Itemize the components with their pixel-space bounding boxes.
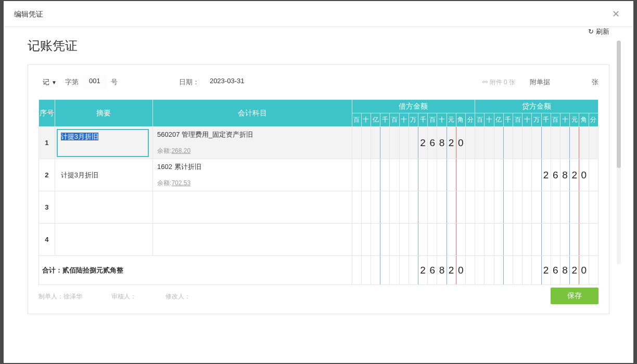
- digit-cell[interactable]: [361, 127, 371, 159]
- digit-cell[interactable]: [589, 191, 598, 224]
- digit-cell[interactable]: [399, 224, 409, 256]
- digit-cell[interactable]: [390, 191, 399, 224]
- digit-cell[interactable]: [513, 224, 523, 256]
- voucher-seq-input[interactable]: 001: [83, 75, 107, 89]
- digit-cell[interactable]: 8: [437, 127, 447, 159]
- digit-cell[interactable]: [361, 256, 371, 285]
- digit-cell[interactable]: [465, 191, 475, 224]
- account-cell[interactable]: 1602 累计折旧余额:702.53: [153, 159, 352, 191]
- digit-cell[interactable]: [503, 127, 513, 159]
- digit-cell[interactable]: 6: [428, 256, 437, 285]
- digit-cell[interactable]: [399, 159, 409, 191]
- digit-cell[interactable]: [475, 159, 485, 191]
- digit-cell[interactable]: 0: [456, 127, 465, 159]
- digit-cell[interactable]: 2: [418, 127, 428, 159]
- digit-cell[interactable]: [560, 127, 569, 159]
- refresh-button[interactable]: ↻刷新: [588, 27, 609, 36]
- digit-cell[interactable]: [541, 191, 551, 224]
- digit-cell[interactable]: [560, 191, 569, 224]
- abstract-cell[interactable]: 计提3月折旧: [55, 159, 152, 191]
- digit-cell[interactable]: [380, 127, 390, 159]
- digit-cell[interactable]: [371, 159, 380, 191]
- digit-cell[interactable]: [475, 191, 485, 224]
- digit-cell[interactable]: [418, 191, 428, 224]
- save-button[interactable]: 保存: [551, 288, 598, 304]
- digit-cell[interactable]: [503, 224, 513, 256]
- digit-cell[interactable]: [589, 256, 598, 285]
- digit-cell[interactable]: [503, 256, 513, 285]
- digit-cell[interactable]: [380, 256, 390, 285]
- digit-cell[interactable]: [447, 159, 456, 191]
- digit-cell[interactable]: [532, 191, 541, 224]
- digit-cell[interactable]: [371, 127, 380, 159]
- close-icon[interactable]: ✕: [609, 0, 623, 29]
- digit-cell[interactable]: [523, 256, 532, 285]
- digit-cell[interactable]: [513, 127, 523, 159]
- digit-cell[interactable]: [494, 159, 503, 191]
- digit-cell[interactable]: 2: [541, 256, 551, 285]
- digit-cell[interactable]: 2: [447, 127, 456, 159]
- digit-cell[interactable]: [361, 224, 371, 256]
- digit-cell[interactable]: [437, 191, 447, 224]
- digit-cell[interactable]: [409, 256, 418, 285]
- digit-cell[interactable]: [579, 191, 589, 224]
- digit-cell[interactable]: [465, 159, 475, 191]
- scrollbar-thumb[interactable]: [617, 41, 621, 168]
- digit-cell[interactable]: [589, 127, 598, 159]
- digit-cell[interactable]: [390, 224, 399, 256]
- digit-cell[interactable]: [390, 159, 399, 191]
- account-cell[interactable]: [153, 224, 352, 256]
- account-cell[interactable]: [153, 191, 352, 224]
- digit-cell[interactable]: [494, 127, 503, 159]
- digit-cell[interactable]: [570, 191, 579, 224]
- digit-cell[interactable]: [560, 224, 569, 256]
- digit-cell[interactable]: [428, 159, 437, 191]
- digit-cell[interactable]: [523, 191, 532, 224]
- digit-cell[interactable]: 6: [551, 256, 560, 285]
- digit-cell[interactable]: [437, 224, 447, 256]
- digit-cell[interactable]: [352, 256, 361, 285]
- digit-cell[interactable]: [485, 224, 494, 256]
- digit-cell[interactable]: [352, 191, 361, 224]
- attachment-link[interactable]: ⚯附件 0 张: [482, 78, 515, 87]
- digit-cell[interactable]: [409, 127, 418, 159]
- digit-cell[interactable]: [485, 127, 494, 159]
- digit-cell[interactable]: [456, 224, 465, 256]
- digit-cell[interactable]: [428, 224, 437, 256]
- digit-cell[interactable]: [399, 191, 409, 224]
- digit-cell[interactable]: [475, 256, 485, 285]
- digit-cell[interactable]: [352, 159, 361, 191]
- digit-cell[interactable]: [475, 127, 485, 159]
- digit-cell[interactable]: [513, 191, 523, 224]
- digit-cell[interactable]: [465, 127, 475, 159]
- digit-cell[interactable]: [503, 191, 513, 224]
- digit-cell[interactable]: 0: [579, 159, 589, 191]
- abstract-cell[interactable]: [55, 191, 152, 224]
- digit-cell[interactable]: 2: [447, 256, 456, 285]
- digit-cell[interactable]: [352, 224, 361, 256]
- digit-cell[interactable]: [380, 224, 390, 256]
- digit-cell[interactable]: [523, 224, 532, 256]
- digit-cell[interactable]: 6: [551, 159, 560, 191]
- digit-cell[interactable]: [371, 256, 380, 285]
- digit-cell[interactable]: [437, 159, 447, 191]
- digit-cell[interactable]: [485, 191, 494, 224]
- digit-cell[interactable]: 6: [428, 127, 437, 159]
- digit-cell[interactable]: [570, 224, 579, 256]
- digit-cell[interactable]: [475, 224, 485, 256]
- digit-cell[interactable]: [494, 224, 503, 256]
- digit-cell[interactable]: [409, 191, 418, 224]
- digit-cell[interactable]: [371, 191, 380, 224]
- digit-cell[interactable]: [399, 127, 409, 159]
- digit-cell[interactable]: [465, 256, 475, 285]
- digit-cell[interactable]: [551, 127, 560, 159]
- digit-cell[interactable]: [418, 224, 428, 256]
- digit-cell[interactable]: [523, 159, 532, 191]
- digit-cell[interactable]: [532, 159, 541, 191]
- digit-cell[interactable]: [532, 224, 541, 256]
- abstract-cell[interactable]: 计提3月折旧: [55, 127, 152, 159]
- abstract-cell[interactable]: [55, 224, 152, 256]
- digit-cell[interactable]: [352, 127, 361, 159]
- digit-cell[interactable]: [570, 127, 579, 159]
- digit-cell[interactable]: 0: [579, 256, 589, 285]
